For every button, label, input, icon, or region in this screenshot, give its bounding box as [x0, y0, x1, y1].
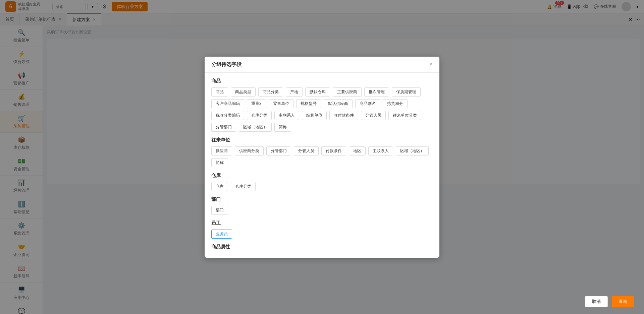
section-department-fields: 部门	[211, 206, 433, 215]
cancel-btn[interactable]: 取消	[585, 296, 608, 307]
modal-field-selector: 分组待选字段 × 商品 商品 商品类型 商品分类 产地 默认仓库 主要供应商 批…	[205, 57, 439, 258]
section-goods: 商品 商品 商品类型 商品分类 产地 默认仓库 主要供应商 批次管理 保质期管理…	[211, 78, 433, 132]
field-tag-customer-code[interactable]: 客户商品编码	[211, 99, 244, 108]
field-tag-tax-code[interactable]: 税收分类编码	[211, 111, 244, 120]
field-tag-warehouse-cat[interactable]: 仓库分类	[231, 182, 256, 191]
field-tag-pick-points[interactable]: 拣货积分	[383, 99, 408, 108]
field-tag-payment-terms[interactable]: 收付款条件	[329, 111, 358, 120]
field-tag-abbr-goods[interactable]: 简称	[274, 123, 291, 132]
section-warehouse-fields: 仓库 仓库分类	[211, 182, 433, 191]
field-tag-region-goods[interactable]: 区域（地区）	[239, 123, 272, 132]
field-tag-abbr-partner[interactable]: 简称	[211, 158, 228, 167]
field-tag-partner-dept[interactable]: 分管部门	[266, 146, 291, 155]
section-warehouse-title: 仓库	[211, 173, 433, 179]
section-product-attr-title: 商品属性	[211, 244, 433, 250]
field-tag-settlement-unit[interactable]: 结算单位	[302, 111, 327, 120]
section-employee-fields: 业务员	[211, 230, 433, 239]
section-goods-title: 商品	[211, 78, 433, 84]
section-warehouse: 仓库 仓库 仓库分类	[211, 173, 433, 191]
field-tag-region-partner[interactable]: 区域（地区）	[396, 146, 429, 155]
field-tag-main-contact-partner[interactable]: 主联系人	[368, 146, 393, 155]
section-partner-title: 往来单位	[211, 137, 433, 143]
field-tag-goods-alias[interactable]: 商品别名	[355, 99, 380, 108]
footer-buttons: 取消 查询	[585, 296, 634, 307]
field-tag-partner-category[interactable]: 往来单位分类	[388, 111, 421, 120]
section-goods-fields: 商品 商品类型 商品分类 产地 默认仓库 主要供应商 批次管理 保质期管理 客户…	[211, 87, 433, 132]
section-department: 部门 部门	[211, 196, 433, 215]
field-tag-payment-cond[interactable]: 付款条件	[321, 146, 346, 155]
section-product-attr: 商品属性 属性 颜色 多规格 尺码 鞋码 1	[211, 244, 433, 252]
field-tag-region[interactable]: 地区	[349, 146, 366, 155]
field-tag-goods-category[interactable]: 商品分类	[258, 87, 283, 97]
section-partner-fields: 供应商 供应商分类 分管部门 分管人员 付款条件 地区 主联系人 区域（地区） …	[211, 146, 433, 167]
field-tag-default-supplier[interactable]: 默认供应商	[324, 99, 353, 108]
field-tag-supplier-category[interactable]: 供应商分类	[235, 146, 264, 155]
modal-body[interactable]: 商品 商品 商品类型 商品分类 产地 默认仓库 主要供应商 批次管理 保质期管理…	[205, 73, 439, 252]
field-tag-spec-model[interactable]: 规格型号	[296, 99, 321, 108]
field-tag-main-contact[interactable]: 主联系人	[274, 111, 299, 120]
field-tag-warehouse-category[interactable]: 仓库分类	[247, 111, 272, 120]
section-employee: 员工 业务员	[211, 220, 433, 239]
confirm-btn[interactable]: 查询	[612, 296, 634, 307]
field-tag-partner-mgr[interactable]: 分管人员	[294, 146, 319, 155]
section-partner: 往来单位 供应商 供应商分类 分管部门 分管人员 付款条件 地区 主联系人 区域…	[211, 137, 433, 167]
field-tag-supplier[interactable]: 供应商	[211, 146, 232, 155]
modal-hscroll[interactable]	[205, 252, 439, 258]
field-tag-main-supplier[interactable]: 主要供应商	[333, 87, 362, 97]
field-tag-batch-mgmt[interactable]: 批次管理	[364, 87, 389, 97]
field-tag-retail-unit[interactable]: 零售单位	[269, 99, 293, 108]
modal-overlay: 分组待选字段 × 商品 商品 商品类型 商品分类 产地 默认仓库 主要供应商 批…	[0, 0, 644, 314]
field-tag-goods-type[interactable]: 商品类型	[231, 87, 256, 97]
field-tag-weight3[interactable]: 重量3	[247, 99, 266, 108]
modal-close-btn[interactable]: ×	[429, 61, 433, 67]
field-tag-manager[interactable]: 分管人员	[361, 111, 386, 120]
section-department-title: 部门	[211, 196, 433, 202]
modal-title: 分组待选字段	[211, 61, 241, 68]
field-tag-mgmt-dept[interactable]: 分管部门	[211, 123, 236, 132]
field-tag-shelf-life[interactable]: 保质期管理	[392, 87, 421, 97]
field-tag-default-warehouse[interactable]: 默认仓库	[305, 87, 330, 97]
field-tag-origin[interactable]: 产地	[286, 87, 303, 97]
field-tag-goods[interactable]: 商品	[211, 87, 228, 97]
field-tag-warehouse[interactable]: 仓库	[211, 182, 228, 191]
modal-header: 分组待选字段 ×	[205, 57, 439, 73]
field-tag-dept[interactable]: 部门	[211, 206, 228, 215]
field-tag-salesperson[interactable]: 业务员	[211, 230, 232, 239]
section-employee-title: 员工	[211, 220, 433, 226]
